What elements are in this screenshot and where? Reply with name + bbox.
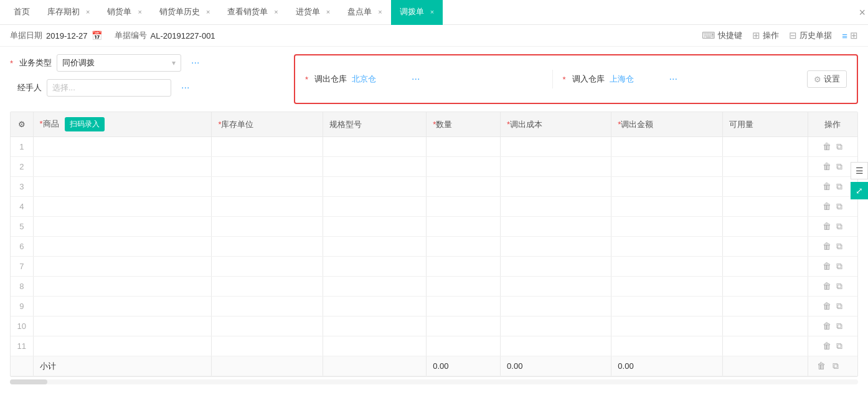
cell-spec-8[interactable]: [323, 277, 427, 297]
cell-unit-3[interactable]: [212, 177, 323, 197]
delete-row-10-icon[interactable]: 🗑: [823, 321, 831, 331]
delete-row-7-icon[interactable]: 🗑: [823, 261, 831, 271]
tab-inventory-init[interactable]: 库存期初×: [39, 0, 98, 25]
handler-more-button[interactable]: ···: [181, 82, 189, 93]
transfer-in-more-button[interactable]: ···: [669, 74, 677, 85]
cell-unit-7[interactable]: [212, 257, 323, 277]
cell-spec-3[interactable]: [323, 177, 427, 197]
cell-spec-4[interactable]: [323, 197, 427, 217]
cell-spec-9[interactable]: [323, 297, 427, 316]
cell-unit-6[interactable]: [212, 237, 323, 257]
cell-cost-11[interactable]: [501, 336, 611, 356]
cell-qty-11[interactable]: [427, 336, 501, 356]
delete-row-4-icon[interactable]: 🗑: [823, 201, 831, 211]
cell-product-7[interactable]: [33, 257, 212, 277]
date-value[interactable]: 2019-12-27: [46, 31, 88, 40]
cell-amount-1[interactable]: [611, 137, 722, 157]
cell-qty-3[interactable]: [427, 177, 501, 197]
cell-product-5[interactable]: [33, 217, 212, 237]
transfer-out-value[interactable]: 北京仓: [352, 74, 402, 85]
settings-button[interactable]: ⚙ 设置: [807, 70, 847, 88]
cell-cost-3[interactable]: [501, 177, 611, 197]
cell-available-3[interactable]: [722, 177, 808, 197]
cell-product-11[interactable]: [33, 336, 212, 356]
delete-row-1-icon[interactable]: 🗑: [823, 141, 831, 151]
history-button[interactable]: ⊟ 历史单据: [789, 30, 832, 41]
cell-qty-1[interactable]: [427, 137, 501, 157]
cell-available-9[interactable]: [722, 297, 808, 316]
handler-select[interactable]: 选择...: [47, 79, 171, 97]
copy-row-11-icon[interactable]: ⧉: [836, 341, 842, 351]
cell-available-8[interactable]: [722, 277, 808, 297]
cell-amount-2[interactable]: [611, 157, 722, 177]
tab-inventory-count[interactable]: 盘点单×: [339, 0, 390, 25]
tab-home[interactable]: 首页: [5, 0, 39, 25]
tab-view-sales[interactable]: 查看销货单×: [219, 0, 286, 25]
cell-spec-7[interactable]: [323, 257, 427, 277]
cell-cost-8[interactable]: [501, 277, 611, 297]
subtotal-delete-icon[interactable]: 🗑: [817, 361, 826, 371]
copy-row-3-icon[interactable]: ⧉: [836, 181, 842, 191]
cell-product-1[interactable]: [33, 137, 212, 157]
cell-spec-1[interactable]: [323, 137, 427, 157]
cell-available-5[interactable]: [722, 217, 808, 237]
cell-amount-8[interactable]: [611, 277, 722, 297]
cell-cost-2[interactable]: [501, 157, 611, 177]
cell-cost-9[interactable]: [501, 297, 611, 316]
delete-row-2-icon[interactable]: 🗑: [823, 161, 831, 171]
cell-qty-2[interactable]: [427, 157, 501, 177]
cell-product-10[interactable]: [33, 316, 212, 336]
cell-product-4[interactable]: [33, 197, 212, 217]
grid-view-icon[interactable]: ⊞: [850, 30, 858, 41]
cell-qty-8[interactable]: [427, 277, 501, 297]
tab-close-view-sales[interactable]: ×: [274, 8, 278, 16]
copy-row-9-icon[interactable]: ⧉: [836, 301, 842, 311]
cell-cost-4[interactable]: [501, 197, 611, 217]
shortcut-button[interactable]: ⌨ 快捷键: [702, 30, 742, 41]
cell-qty-7[interactable]: [427, 257, 501, 277]
cell-cost-10[interactable]: [501, 316, 611, 336]
cell-unit-11[interactable]: [212, 336, 323, 356]
delete-row-11-icon[interactable]: 🗑: [823, 341, 831, 351]
copy-row-7-icon[interactable]: ⧉: [836, 261, 842, 271]
sidebar-list-button[interactable]: ☰: [851, 162, 868, 179]
scan-button[interactable]: 扫码录入: [65, 117, 105, 131]
cell-unit-1[interactable]: [212, 137, 323, 157]
tab-close-inventory-count[interactable]: ×: [378, 8, 382, 16]
cell-cost-6[interactable]: [501, 237, 611, 257]
copy-row-4-icon[interactable]: ⧉: [836, 201, 842, 211]
copy-row-10-icon[interactable]: ⧉: [836, 321, 842, 331]
cell-qty-9[interactable]: [427, 297, 501, 316]
cell-spec-5[interactable]: [323, 217, 427, 237]
tab-close-sales-order[interactable]: ×: [138, 8, 141, 16]
cell-cost-5[interactable]: [501, 217, 611, 237]
tab-close-inventory-init[interactable]: ×: [86, 8, 90, 16]
cell-unit-5[interactable]: [212, 217, 323, 237]
copy-row-5-icon[interactable]: ⧉: [836, 221, 842, 231]
cell-amount-9[interactable]: [611, 297, 722, 316]
tab-close-purchase-order[interactable]: ×: [326, 8, 330, 16]
cell-amount-11[interactable]: [611, 336, 722, 356]
cell-product-6[interactable]: [33, 237, 212, 257]
copy-row-6-icon[interactable]: ⧉: [836, 241, 842, 251]
cell-product-2[interactable]: [33, 157, 212, 177]
list-view-icon[interactable]: ≡: [842, 31, 847, 41]
scrollbar-thumb[interactable]: [10, 379, 47, 384]
cell-amount-10[interactable]: [611, 316, 722, 336]
operation-button[interactable]: ⊞ 操作: [752, 30, 779, 41]
cell-product-9[interactable]: [33, 297, 212, 316]
cell-amount-4[interactable]: [611, 197, 722, 217]
close-window-button[interactable]: ×: [859, 7, 866, 18]
cell-qty-5[interactable]: [427, 217, 501, 237]
tab-close-sales-history[interactable]: ×: [206, 8, 210, 16]
cell-qty-10[interactable]: [427, 316, 501, 336]
cell-unit-10[interactable]: [212, 316, 323, 336]
cell-product-8[interactable]: [33, 277, 212, 297]
sidebar-expand-button[interactable]: ⤢: [851, 182, 868, 199]
cell-amount-5[interactable]: [611, 217, 722, 237]
cell-unit-8[interactable]: [212, 277, 323, 297]
delete-row-3-icon[interactable]: 🗑: [823, 181, 831, 191]
delete-row-5-icon[interactable]: 🗑: [823, 221, 831, 231]
cell-available-4[interactable]: [722, 197, 808, 217]
cell-available-6[interactable]: [722, 237, 808, 257]
